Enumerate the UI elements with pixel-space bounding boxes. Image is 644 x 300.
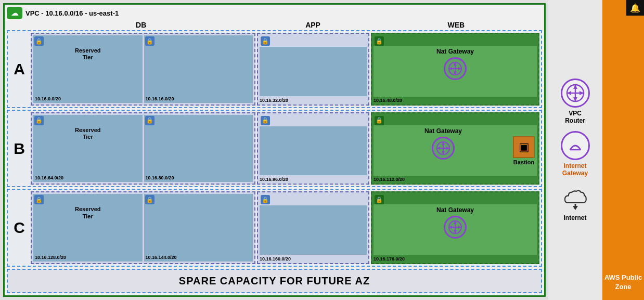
cidr-app-a: 10.16.32.0/20: [260, 96, 367, 103]
db-header: DB: [27, 21, 255, 29]
lock-icon-a1: 🔒: [34, 36, 44, 46]
lock-icon-app-a: 🔒: [261, 36, 270, 46]
spare-capacity-label: SPARE CAPACITY FOR FUTURE AZ: [179, 275, 370, 287]
reserved-label-a1: ReservedTier: [35, 47, 141, 61]
cidr-app-c: 10.16.160.0/20: [260, 255, 367, 262]
az-row-c: C 🔒 ReservedTier 10.16.128.0/20 🔒 10.16.…: [7, 189, 542, 267]
lock-icon-web-b: 🔒: [375, 116, 384, 125]
lock-icon-c2: 🔒: [145, 195, 154, 204]
vpc-title: ☁ VPC - 10.16.0.0/16 - us-east-1: [7, 7, 542, 19]
vpc-router-icon: [561, 79, 590, 108]
app-group-b: 🔒 10.16.96.0/20: [257, 112, 369, 185]
internet-icon: [561, 183, 590, 212]
cidr-web-a: 10.16.48.0/20: [373, 97, 537, 103]
vpc-cloud-icon: ☁: [7, 7, 22, 19]
az-row-b: B 🔒 ReservedTier 10.16.64.0/20 🔒 10.16.8…: [7, 110, 542, 188]
app-group-a: 🔒 10.16.32.0/20: [257, 33, 369, 106]
lock-icon-web-c: 🔒: [375, 195, 384, 204]
db-group-c: 🔒 ReservedTier 10.16.128.0/20 🔒 10.16.14…: [31, 191, 255, 264]
spare-capacity-row: SPARE CAPACITY FOR FUTURE AZ: [7, 269, 542, 293]
internet-component: Internet: [561, 183, 590, 221]
bastion-section: ▣ Bastion: [513, 127, 535, 174]
internet-gateway-icon: [561, 131, 590, 160]
nat-label-a: Nat Gateway: [376, 48, 535, 55]
web-group-a: 🔒 Nat Gateway: [371, 33, 539, 106]
db-subnet-b2: 🔒 10.16.80.0/20: [144, 115, 253, 182]
lock-icon-b2: 🔒: [145, 116, 154, 125]
lock-icon-b1: 🔒: [34, 116, 44, 125]
internet-gateway-label: InternetGateway: [562, 162, 588, 177]
nat-icon-b: [432, 137, 455, 160]
db-subnet-a2: 🔒 10.16.16.0/20: [144, 35, 253, 103]
cidr-b2: 10.16.80.0/20: [146, 175, 252, 180]
aws-public-zone-label: AWS PublicZone: [604, 273, 642, 292]
cidr-b1: 10.16.64.0/20: [35, 175, 141, 180]
nat-label-c: Nat Gateway: [436, 206, 474, 214]
db-subnet-c2: 🔒 10.16.144.0/20: [144, 194, 253, 262]
db-subnet-a1: 🔒 ReservedTier 10.16.0.0/20: [33, 35, 143, 103]
lock-icon-web-a: 🔒: [375, 36, 384, 46]
nat-label-b: Nat Gateway: [424, 127, 462, 135]
reserved-label-c1: ReservedTier: [35, 206, 141, 219]
cidr-web-c: 10.16.176.0/20: [373, 255, 537, 262]
nat-icon-a: [444, 57, 467, 80]
az-rows: A 🔒 ReservedTier 10.16.0.0/20 🔒 10.16.16…: [7, 30, 542, 267]
az-label-c: C: [9, 191, 29, 264]
az-label-b: B: [9, 112, 29, 185]
column-headers: DB APP WEB: [7, 21, 542, 29]
cidr-a2: 10.16.16.0/20: [146, 96, 252, 101]
notification-icon[interactable]: 🔔: [626, 0, 644, 16]
nat-icon-c: [444, 216, 467, 239]
az-label-a: A: [9, 33, 29, 106]
lock-icon-a2: 🔒: [145, 36, 154, 46]
vpc-container: ☁ VPC - 10.16.0.0/16 - us-east-1 DB APP …: [3, 3, 546, 297]
cidr-app-b: 10.16.96.0/20: [260, 175, 367, 182]
bastion-chip-icon: ▣: [513, 136, 535, 158]
app-group-c: 🔒 10.16.160.0/20: [257, 191, 369, 264]
lock-icon-app-c: 🔒: [261, 195, 270, 204]
az-row-a: A 🔒 ReservedTier 10.16.0.0/20 🔒 10.16.16…: [7, 30, 542, 108]
bastion-label: Bastion: [513, 159, 534, 165]
db-group-b: 🔒 ReservedTier 10.16.64.0/20 🔒 10.16.80.…: [31, 112, 255, 185]
cidr-c2: 10.16.144.0/20: [146, 255, 252, 260]
vpc-router-component: VPCRouter: [561, 79, 590, 125]
vpc-title-text: VPC - 10.16.0.0/16 - us-east-1: [25, 9, 119, 17]
cidr-web-b: 10.16.112.0/20: [373, 176, 537, 182]
lock-icon-app-b: 🔒: [261, 116, 270, 125]
cidr-a1: 10.16.0.0/20: [35, 96, 141, 101]
db-subnet-b1: 🔒 ReservedTier 10.16.64.0/20: [33, 115, 143, 182]
web-header: WEB: [370, 21, 542, 29]
db-group-a: 🔒 ReservedTier 10.16.0.0/20 🔒 10.16.16.0…: [31, 33, 255, 106]
web-group-c: 🔒 Nat Gateway: [371, 191, 539, 264]
vpc-router-label: VPCRouter: [565, 110, 585, 125]
lock-icon-c1: 🔒: [34, 195, 44, 204]
reserved-label-b1: ReservedTier: [35, 127, 141, 140]
internet-gateway-component: InternetGateway: [561, 131, 590, 177]
right-components: VPCRouter InternetGateway: [548, 0, 602, 300]
aws-public-zone-sidebar: AWS PublicZone 🔔: [602, 0, 644, 300]
cidr-c1: 10.16.128.0/20: [35, 255, 141, 260]
app-header: APP: [255, 21, 370, 29]
web-group-b: 🔒 Nat Gateway: [371, 112, 539, 185]
db-subnet-c1: 🔒 ReservedTier 10.16.128.0/20: [33, 194, 143, 262]
internet-label: Internet: [563, 214, 586, 221]
